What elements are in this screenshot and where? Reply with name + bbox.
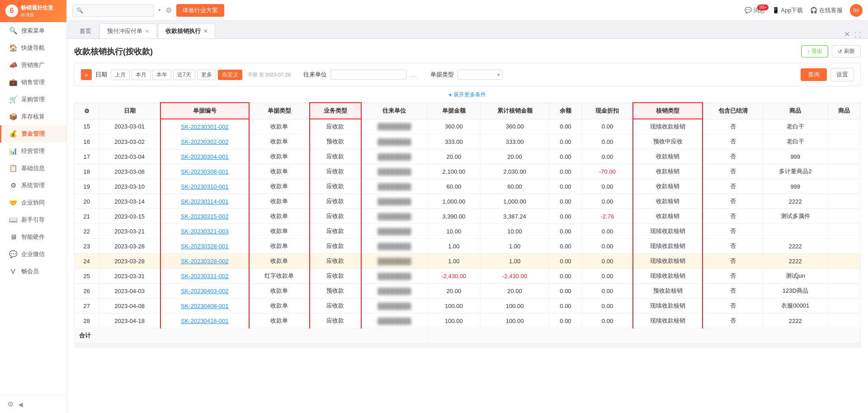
- app-download-link[interactable]: 📱 App下载: [772, 6, 803, 14]
- user-avatar[interactable]: Rit: [850, 4, 863, 17]
- cell-biztype: 预收款: [310, 284, 361, 299]
- cell-goods1: 999: [763, 149, 828, 164]
- code-link[interactable]: SK-20230418-001: [181, 318, 229, 324]
- cell-included: 否: [703, 149, 763, 164]
- sidebar-item-inventory[interactable]: 📦库存核算: [0, 108, 66, 125]
- cell-biztype: 应收款: [310, 209, 361, 224]
- cell-type: 收款单: [249, 239, 310, 254]
- cell-goods1: 2222: [763, 239, 828, 254]
- code-link[interactable]: SK-20230302-002: [181, 138, 229, 145]
- table-scrollbar[interactable]: [74, 343, 861, 348]
- cell-included: 否: [703, 284, 763, 299]
- tab-home[interactable]: 首页: [72, 24, 99, 38]
- sidebar-item-label-purchase: 采购管理: [21, 95, 45, 104]
- logo-subtitle: 标准版: [21, 12, 53, 18]
- cell-type: 收款单: [249, 134, 310, 149]
- collapse-icon[interactable]: ◀: [18, 401, 23, 408]
- sidebar-item-guide[interactable]: 📖新手引导: [0, 211, 66, 228]
- table-body: 15 2023-03-01 SK-20230301-002 收款单 应收款 ██…: [75, 119, 861, 343]
- cell-code: SK-20230315-002: [160, 209, 249, 224]
- expand-filter-button[interactable]: ▾ 展开更多条件: [74, 91, 861, 99]
- query-button[interactable]: 查询: [801, 68, 827, 81]
- tab-receipt[interactable]: 收款核销执行 ✕: [158, 24, 215, 38]
- code-link[interactable]: SK-20230315-002: [181, 213, 229, 220]
- tab-close-all-icon[interactable]: ✕: [842, 30, 852, 38]
- cell-goods1: 测试多属件: [763, 209, 828, 224]
- code-link[interactable]: SK-20230321-003: [181, 228, 229, 235]
- topbar-settings-icon[interactable]: ⚙: [165, 6, 172, 14]
- table-row: 16 2023-03-02 SK-20230302-002 收款单 预收款 ██…: [75, 134, 861, 149]
- code-link[interactable]: SK-20230328-002: [181, 258, 229, 265]
- cell-total-write: 1.00: [480, 239, 549, 254]
- date-7days[interactable]: 近7天: [173, 70, 195, 80]
- sidebar-nav: 🔍搜索菜单🏠快捷导航📣营销推广💼销售管理🛒采购管理📦库存核算💰资金管理📊经营管理…: [0, 22, 66, 395]
- cell-date: 2023-03-21: [99, 224, 160, 239]
- sidebar-item-base[interactable]: 📋基础信息: [0, 160, 66, 177]
- settings-icon[interactable]: ⚙: [7, 400, 14, 408]
- code-link[interactable]: SK-20230328-001: [181, 243, 229, 250]
- settings-button[interactable]: 设置: [830, 68, 854, 81]
- cell-partner: ████████: [361, 299, 428, 313]
- date-this-month[interactable]: 本月: [132, 70, 151, 80]
- sidebar-item-search[interactable]: 🔍搜索菜单: [0, 22, 66, 39]
- code-link[interactable]: SK-20230408-001: [181, 303, 229, 309]
- cell-biztype: 应收款: [310, 224, 361, 239]
- solution-button[interactable]: 体验行业方案: [176, 4, 224, 17]
- code-link[interactable]: SK-20230308-001: [181, 168, 229, 175]
- refresh-button[interactable]: ↺ 刷新: [832, 45, 861, 57]
- sidebar-item-label-wechat: 企业微信: [21, 250, 45, 258]
- date-more[interactable]: 更多: [197, 70, 216, 80]
- date-custom[interactable]: 自定义: [218, 70, 242, 80]
- tab-payable[interactable]: 预付冲应付单 ✕: [99, 24, 157, 38]
- code-link[interactable]: SK-20230331-002: [181, 273, 229, 280]
- export-button[interactable]: ↑ 导出: [801, 45, 828, 57]
- topbar-search-box[interactable]: 🔍: [72, 4, 154, 17]
- code-link[interactable]: SK-20230301-002: [181, 123, 229, 130]
- code-link[interactable]: SK-20230310-001: [181, 183, 229, 190]
- sidebar-item-shortcuts[interactable]: 🏠快捷导航: [0, 39, 66, 57]
- date-last-month[interactable]: 上月: [111, 70, 130, 80]
- sidebar-item-purchase[interactable]: 🛒采购管理: [0, 91, 66, 108]
- code-link[interactable]: SK-20230304-001: [181, 153, 229, 160]
- sidebar-item-system[interactable]: ⚙系统管理: [0, 177, 66, 194]
- receipt-type-select[interactable]: [458, 70, 503, 80]
- code-link[interactable]: SK-20230403-002: [181, 288, 229, 294]
- sidebar-item-label-search: 搜索菜单: [21, 27, 45, 35]
- cell-goods1: 老白干: [763, 119, 828, 134]
- cell-partner: ████████: [361, 313, 428, 328]
- payable-tab-close[interactable]: ✕: [145, 28, 149, 34]
- sidebar-item-operations[interactable]: 📊经营管理: [0, 142, 66, 160]
- cell-goods2: [828, 239, 860, 254]
- filter-toggle-button[interactable]: »: [81, 69, 92, 80]
- code-link[interactable]: SK-20230314-001: [181, 198, 229, 205]
- cell-write-type: 现续收款核销: [633, 269, 703, 284]
- col-settings[interactable]: ⚙: [75, 103, 99, 119]
- cell-write-type: 现续收款核销: [633, 239, 703, 254]
- tab-fullscreen-icon[interactable]: ⛶: [853, 31, 863, 38]
- cell-discount: 0.00: [582, 269, 633, 284]
- receipt-tab-close[interactable]: ✕: [203, 28, 208, 34]
- sidebar-item-sales[interactable]: 💼销售管理: [0, 74, 66, 91]
- messages-badge[interactable]: 💬 消息 99+: [745, 6, 765, 14]
- col-type: 单据类型: [249, 103, 310, 119]
- sidebar-item-label-base: 基础信息: [21, 164, 45, 172]
- cell-num: 25: [75, 269, 99, 284]
- sidebar-item-hardware[interactable]: 🖥智能硬件: [0, 228, 66, 246]
- partner-input[interactable]: [330, 70, 406, 80]
- expand-filter-label: 展开更多条件: [453, 91, 486, 99]
- cell-included: 否: [703, 209, 763, 224]
- sidebar-item-finance[interactable]: 💰资金管理: [0, 125, 66, 142]
- cell-total-write: 100.00: [480, 299, 549, 313]
- sidebar-item-wechat[interactable]: 💬企业微信: [0, 246, 66, 263]
- date-this-year[interactable]: 本年: [152, 70, 171, 80]
- sidebar-item-marketing[interactable]: 📣营销推广: [0, 57, 66, 74]
- cell-goods2: [828, 149, 860, 164]
- online-service-link[interactable]: 🎧 在线客服: [810, 6, 843, 14]
- table-row: 26 2023-04-03 SK-20230403-002 收款单 预收款 ██…: [75, 284, 861, 299]
- sidebar-item-member[interactable]: V畅会员: [0, 263, 66, 280]
- cell-amount: -2,430.00: [427, 269, 480, 284]
- sidebar-item-enterprise[interactable]: 🤝企业协同: [0, 194, 66, 211]
- cell-amount: 3,390.00: [427, 209, 480, 224]
- cell-code: SK-20230331-002: [160, 269, 249, 284]
- cell-goods1: 测试jun: [763, 269, 828, 284]
